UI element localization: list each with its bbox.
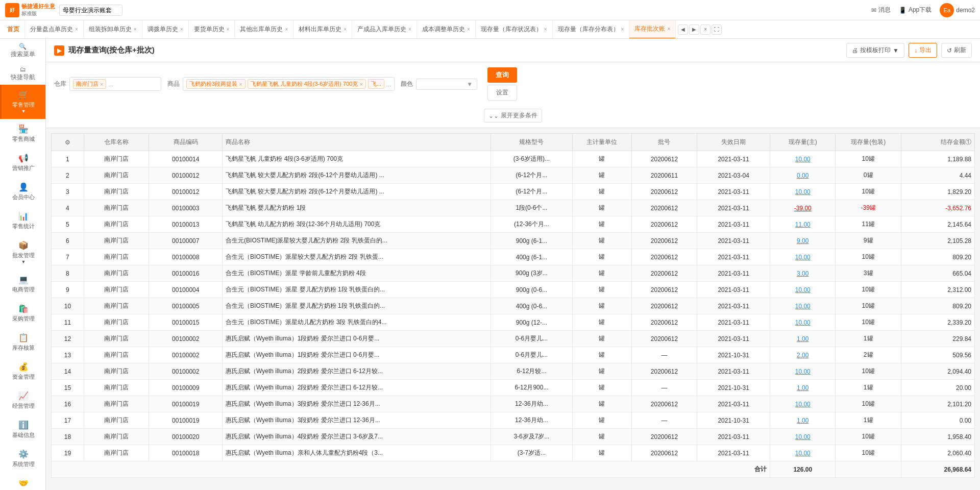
- cell-code: 00100012: [149, 184, 223, 200]
- header-actions: 🖨 按模板打印 ▼ ↓ 导出 ↺ 刷新: [846, 43, 972, 58]
- close-icon[interactable]: ×: [544, 27, 547, 32]
- app-download-btn[interactable]: 📱 App下载: [899, 6, 932, 14]
- tab-t6[interactable]: 材料出库单历史 ×: [293, 20, 352, 39]
- cell-stock-main[interactable]: 3.00: [770, 265, 836, 282]
- sidebar-item-retail[interactable]: 🛒 零售管理 ▼: [0, 85, 45, 119]
- sidebar-item-wholesale[interactable]: 📦 批发管理 ▼: [0, 235, 45, 270]
- cell-stock-main[interactable]: 10.00: [770, 298, 836, 314]
- cell-stock-main[interactable]: 10.00: [770, 184, 836, 200]
- cell-stock-main[interactable]: 10.00: [770, 282, 836, 298]
- tab-fullscreen-btn[interactable]: ⛶: [712, 24, 722, 35]
- cell-name: 合生元(BIOSTIME)派星较大婴儿配方奶粉 2段 乳铁蛋白的...: [223, 233, 491, 249]
- sidebar-item-finance[interactable]: 💰 资金管理: [0, 357, 45, 386]
- tab-t11[interactable]: 库存批次账 ×: [629, 20, 676, 39]
- cell-num: 7: [52, 249, 84, 265]
- company-select[interactable]: 母婴行业演示账套: [59, 5, 122, 16]
- close-icon[interactable]: ×: [75, 27, 78, 32]
- tab-prev-btn[interactable]: ◀: [678, 24, 688, 35]
- cell-expire: 2021-10-31: [697, 347, 770, 363]
- tab-t10[interactable]: 现存量（库存分布表） ×: [553, 20, 630, 39]
- cell-balance: 2,339.20: [901, 314, 975, 331]
- tab-next-btn[interactable]: ▶: [689, 24, 699, 35]
- tab-t2[interactable]: 组装拆卸单历史 ×: [84, 20, 142, 39]
- cell-stock-main[interactable]: 1.00: [770, 380, 836, 396]
- cell-stock-main[interactable]: 10.00: [770, 151, 836, 167]
- sidebar-item-marketing[interactable]: 📢 营销推广: [0, 148, 45, 177]
- goods-input[interactable]: 飞鹤奶粉3段两提装 × 飞鹤星飞帆 儿童奶粉 4段(3-6岁适用) 700克 ×…: [183, 77, 395, 91]
- sidebar-item-member[interactable]: 👤 会员中心: [0, 177, 45, 206]
- cell-stock-main[interactable]: 9.00: [770, 233, 836, 249]
- query-btn[interactable]: 查询: [487, 67, 517, 83]
- sidebar-item-business[interactable]: 📈 经营管理: [0, 386, 45, 415]
- sidebar-item-collab[interactable]: 🤝 企业协同: [0, 473, 45, 490]
- close-icon[interactable]: ×: [344, 27, 347, 32]
- system-icon: ⚙️: [18, 449, 29, 459]
- cell-stock-main[interactable]: 0.00: [770, 167, 836, 184]
- page-header: ▶ 现存量查询(按仓库+批次) 🖨 按模板打印 ▼ ↓ 导出 ↺ 刷新: [46, 39, 980, 62]
- close-icon[interactable]: ×: [667, 26, 670, 32]
- sidebar-item-purchase[interactable]: 🛍️ 采购管理: [0, 299, 45, 328]
- expand-conditions-btn[interactable]: ⌄⌄ 展开更多条件: [484, 109, 542, 122]
- cell-stock-main[interactable]: 2.00: [770, 347, 836, 363]
- cell-stock-main[interactable]: 10.00: [770, 445, 836, 461]
- cell-stock-main[interactable]: 10.00: [770, 314, 836, 331]
- sidebar-item-retail-stats[interactable]: 📊 零售统计: [0, 206, 45, 235]
- cell-expire: 2021-03-11: [697, 298, 770, 314]
- close-icon[interactable]: ×: [227, 27, 230, 32]
- sidebar-item-basic[interactable]: ℹ️ 基础信息: [0, 415, 45, 444]
- cell-stock-pack: 9罐: [836, 233, 901, 249]
- main-layout: 🔍 搜索菜单 🗂 快捷导航 🛒 零售管理 ▼ 🏪 零售商城 📢 营销推广 👤 会…: [0, 39, 980, 490]
- cell-stock-main[interactable]: 10.00: [770, 396, 836, 412]
- table-row: 12 南岸门店 00100002 惠氏启赋（Wyeth illuma）1段奶粉 …: [52, 331, 975, 347]
- tag-close-icon[interactable]: ×: [239, 81, 242, 87]
- print-btn[interactable]: 🖨 按模板打印 ▼: [846, 43, 904, 58]
- warehouse-input[interactable]: 南岸门店 × ...: [69, 77, 161, 91]
- tab-t7[interactable]: 产成品入库单历史 ×: [352, 20, 417, 39]
- close-icon[interactable]: ×: [467, 27, 470, 32]
- tag-close-icon[interactable]: ×: [100, 81, 103, 87]
- close-icon[interactable]: ×: [621, 27, 624, 32]
- close-icon[interactable]: ×: [180, 27, 183, 32]
- cell-batch: 20200612: [632, 396, 697, 412]
- close-icon[interactable]: ×: [134, 27, 137, 32]
- color-input[interactable]: ▼: [416, 79, 477, 90]
- cell-stock-main[interactable]: -39.00: [770, 200, 836, 216]
- setting-btn[interactable]: 设置: [487, 85, 517, 101]
- expand-filter-btn[interactable]: ▶: [54, 45, 64, 56]
- message-btn[interactable]: ✉ 消息: [871, 6, 891, 14]
- settings-icon[interactable]: ⚙: [65, 139, 70, 146]
- cell-unit: 罐: [572, 151, 631, 167]
- tab-t5[interactable]: 其他出库单历史 ×: [235, 20, 293, 39]
- refresh-btn[interactable]: ↺ 刷新: [941, 43, 972, 58]
- cell-stock-main[interactable]: 10.00: [770, 363, 836, 380]
- cell-stock-main[interactable]: 1.00: [770, 412, 836, 429]
- cell-stock-main[interactable]: 11.00: [770, 216, 836, 233]
- cell-num: 19: [52, 445, 84, 461]
- sidebar-item-inventory[interactable]: 📋 库存核算: [0, 328, 45, 357]
- tab-t4[interactable]: 要货单历史 ×: [189, 20, 235, 39]
- cell-balance: 1,958.40: [901, 429, 975, 445]
- table-wrapper[interactable]: ⚙ 仓库名称 商品编码 商品名称 规格型号 主计量单位 批号 失效日期 现存量(…: [46, 128, 980, 490]
- sidebar-item-mall[interactable]: 🏪 零售商城: [0, 119, 45, 148]
- sidebar-search[interactable]: 🔍 搜索菜单: [0, 39, 45, 63]
- cell-expire: 2021-03-11: [697, 216, 770, 233]
- tab-t1[interactable]: 分量盘点单历史 ×: [25, 20, 84, 39]
- tab-t9[interactable]: 现存量（库存状况表） ×: [476, 20, 553, 39]
- close-icon[interactable]: ×: [285, 27, 288, 32]
- user-area[interactable]: Ea demo2: [940, 3, 975, 17]
- sidebar-quick-nav[interactable]: 🗂 快捷导航: [0, 63, 45, 85]
- cell-stock-main[interactable]: 1.00: [770, 331, 836, 347]
- cell-stock-main[interactable]: 10.00: [770, 249, 836, 265]
- sidebar-item-ecommerce[interactable]: 💻 电商管理: [0, 270, 45, 299]
- tab-home[interactable]: 首页: [2, 20, 25, 39]
- tab-close-btn[interactable]: ×: [700, 24, 710, 35]
- cell-stock-main[interactable]: 10.00: [770, 429, 836, 445]
- cell-expire: 2021-03-11: [697, 363, 770, 380]
- close-icon[interactable]: ×: [408, 27, 411, 32]
- export-btn[interactable]: ↓ 导出: [909, 43, 937, 58]
- sidebar-item-system[interactable]: ⚙️ 系统管理: [0, 444, 45, 473]
- tab-bar: 首页 分量盘点单历史 × 组装拆卸单历史 × 调拨单历史 × 要货单历史 × 其…: [0, 20, 980, 39]
- tab-t3[interactable]: 调拨单历史 ×: [142, 20, 189, 39]
- tab-t8[interactable]: 成本调整单历史 ×: [417, 20, 476, 39]
- tag-close-icon[interactable]: ×: [359, 81, 362, 87]
